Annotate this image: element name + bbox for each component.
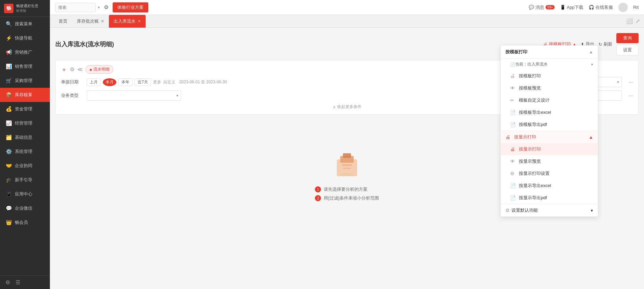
template-custom-item[interactable]: ✏ 模板自定义设计 (501, 94, 598, 106)
query-button[interactable]: 查询 (616, 33, 639, 43)
empty-steps-list: 1 请先选择要分析的方案 2 用[过滤]条件来缩小分析范围 (315, 186, 379, 204)
date-btn-7days[interactable]: 近7天 (135, 78, 151, 86)
message-badge: 99+ (546, 5, 555, 9)
topbar: ▾ ⚙ 体验行业方案 💬 消息 99+ 📱 App下载 🎧 在线客服 Rit (50, 0, 644, 15)
preview-icon: 👁 (510, 85, 516, 91)
window-restore-button[interactable]: ⬜ (626, 18, 633, 24)
current-icon: 📄 (510, 62, 515, 67)
dropdown-collapse-icon[interactable]: ▲ (589, 50, 593, 54)
filter-settings-icon[interactable]: ⚙ (70, 66, 75, 73)
sidebar-item-label: 库存核算 (15, 92, 32, 98)
empty-step-2: 2 用[过滤]条件来缩小分析范围 (315, 195, 379, 201)
tab-batch[interactable]: 库存批次账 ✕ (72, 15, 109, 28)
purchase-icon: 🛒 (5, 77, 12, 84)
sidebar-item-label: 基础信息 (15, 134, 32, 140)
sidebar-item-wechat[interactable]: 💬企业微信 (0, 201, 50, 215)
sidebar-item-label: 新手引导 (15, 177, 32, 183)
sidebar-item-label: 快捷导航 (15, 35, 32, 41)
headset-icon: 🎧 (589, 5, 594, 10)
filter-biz-select[interactable] (87, 90, 181, 101)
sidebar-item-appcenter[interactable]: 📱应用中心 (0, 187, 50, 201)
dropdown-footer-item[interactable]: ⚙ 设置默认功能 ▾ (501, 204, 598, 216)
appcenter-icon: 📱 (5, 191, 12, 198)
topbar-right: 💬 消息 99+ 📱 App下载 🎧 在线客服 Rit (529, 3, 639, 12)
filter-collapse-icon[interactable]: ≪ (77, 66, 83, 73)
main-area: ▾ ⚙ 体验行业方案 💬 消息 99+ 📱 App下载 🎧 在线客服 Rit 首… (50, 0, 644, 289)
sidebar-item-basics[interactable]: 🗂️基础信息 (0, 130, 50, 144)
filter-tag-flow[interactable]: ● 流水明细 (86, 65, 113, 74)
template-print-item[interactable]: 🖨 按模板打印 (501, 70, 598, 82)
tab-batch-close[interactable]: ✕ (101, 19, 104, 24)
message-item[interactable]: 💬 消息 99+ (529, 4, 555, 10)
date-btn-this-year[interactable]: 本年 (118, 78, 133, 86)
template-preview-item[interactable]: 👁 按模板预览 (501, 82, 598, 94)
finance-icon: 💰 (5, 106, 12, 112)
display-pdf-icon: 📄 (510, 195, 516, 201)
type-more-icon[interactable]: ⋯ (628, 80, 633, 85)
sidebar-item-guide[interactable]: 🎓新手引导 (0, 173, 50, 187)
app-download-item[interactable]: 📱 App下载 (560, 4, 583, 10)
search-input[interactable] (55, 3, 96, 12)
sidebar-item-cooperation[interactable]: 🤝企业协同 (0, 159, 50, 173)
search-arrow-icon[interactable]: ▾ (98, 5, 100, 10)
display-print-settings-item[interactable]: ⚙ 按显示打印设置 (501, 167, 598, 180)
basics-icon: 🗂️ (5, 134, 12, 141)
topbar-gear-icon[interactable]: ⚙ (104, 4, 109, 10)
user-avatar[interactable] (618, 3, 628, 12)
sales-icon: 📊 (5, 63, 12, 70)
sidebar-nav: 🔍搜索菜单⚡快捷导航📢营销推广📊销售管理🛒采购管理📦库存核算💰资金管理📈经营管理… (0, 17, 50, 275)
sidebar-item-label: 应用中心 (15, 191, 32, 197)
inventory-icon: 📦 (5, 91, 12, 98)
tab-home[interactable]: 首页 (54, 15, 72, 28)
sidebar-item-member[interactable]: 👑畅会员 (0, 215, 50, 230)
display-preview-item[interactable]: 👁 按显示预览 (501, 155, 598, 167)
sidebar-item-label: 畅会员 (15, 219, 28, 226)
date-btn-more[interactable]: 更多 (153, 79, 161, 85)
filter-actions: ＋ ⚙ ≪ (61, 65, 83, 74)
date-btn-this-month[interactable]: 本月 (103, 78, 116, 86)
sidebar-item-system[interactable]: ⚙️系统管理 (0, 144, 50, 159)
svg-rect-4 (343, 168, 351, 169)
member-icon: 👑 (5, 219, 12, 226)
chevron-up-collapse-icon: ∧ (333, 105, 336, 109)
template-export-pdf-item[interactable]: 📄 按模板导出pdf (501, 119, 598, 131)
refresh-button[interactable]: ↻ 刷新 (598, 41, 612, 47)
trial-button[interactable]: 体验行业方案 (113, 2, 148, 12)
sidebar-item-inventory[interactable]: 📦库存核算 (0, 88, 50, 102)
menu-icon[interactable]: ☰ (16, 279, 20, 286)
current-arrow-icon: ▾ (591, 62, 593, 67)
window-maximize-button[interactable]: ⤢ (636, 18, 640, 24)
app-icon: 📱 (560, 5, 565, 10)
online-service-item[interactable]: 🎧 在线客服 (589, 4, 613, 10)
sidebar-item-purchase[interactable]: 🛒采购管理 (0, 74, 50, 88)
tab-flow[interactable]: 出入库流水 ✕ (109, 15, 146, 28)
date-range-display: 2023-06-01 至 2023-06-30 (179, 79, 227, 85)
settings-button[interactable]: 设置 (616, 45, 639, 55)
svg-rect-3 (342, 164, 352, 166)
display-print-item[interactable]: 🖨 按显示打印 (501, 143, 598, 155)
topbar-search-area: ▾ (55, 3, 100, 12)
sidebar-item-quicknav[interactable]: ⚡快捷导航 (0, 31, 50, 45)
display-export-pdf-item[interactable]: 📄 按显示导出pdf (501, 192, 598, 204)
sidebar-item-search[interactable]: 🔍搜索菜单 (0, 17, 50, 31)
sidebar-item-finance[interactable]: 💰资金管理 (0, 102, 50, 116)
date-btn-custom[interactable]: 自定义 (163, 79, 175, 85)
sidebar-item-marketing[interactable]: 📢营销推广 (0, 45, 50, 59)
sidebar-item-label: 系统管理 (15, 149, 32, 155)
cooperation-icon: 🤝 (5, 162, 12, 169)
display-export-excel-item[interactable]: 📄 按显示导出excel (501, 180, 598, 192)
system-icon: ⚙️ (5, 148, 12, 155)
page-actions: 🖨 按模板打印 ▲ ⬆ 导出 ↻ 刷新 按模板打印 ▲ (543, 33, 639, 55)
filter-add-icon[interactable]: ＋ (61, 65, 67, 74)
sidebar-item-sales[interactable]: 📊销售管理 (0, 59, 50, 74)
date-btn-last-month[interactable]: 上月 (87, 78, 101, 86)
settings-icon[interactable]: ⚙ (5, 279, 10, 286)
sidebar-item-label: 搜索菜单 (15, 21, 32, 27)
template-export-excel-item[interactable]: 📄 按模板导出excel (501, 106, 598, 119)
page-content: 出入库流水(流水明细) 🖨 按模板打印 ▲ ⬆ 导出 ↻ 刷新 (50, 28, 644, 289)
sidebar-item-operations[interactable]: 📈经营管理 (0, 116, 50, 130)
display-print-section-header[interactable]: 🖨 按显示打印 ▲ (501, 131, 598, 143)
edit-icon: ✏ (510, 98, 516, 103)
warehouse-more-icon[interactable]: ⋯ (628, 93, 633, 98)
tab-flow-close[interactable]: ✕ (138, 19, 141, 24)
